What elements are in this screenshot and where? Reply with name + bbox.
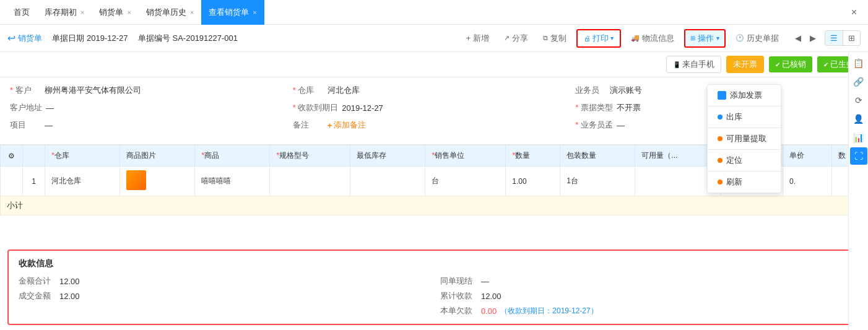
- new-button[interactable]: + 新增: [461, 30, 494, 46]
- th-quantity: *数量: [506, 145, 560, 167]
- doc-number-field: 单据编号 SA-20191227-001: [138, 33, 238, 44]
- copy-button[interactable]: ⧉ 复制: [538, 30, 571, 46]
- th-spec: *规格型号: [270, 145, 350, 167]
- due-label: 本单欠款: [440, 305, 477, 316]
- tab-sales-label: 销货单: [99, 7, 123, 18]
- share-button[interactable]: ↗ 分享: [499, 30, 533, 46]
- project-value: —: [45, 121, 53, 130]
- history-button[interactable]: 🕐 历史单据: [731, 30, 784, 46]
- not-open-label: 未开票: [733, 59, 757, 70]
- doc-date-value: 2019-12-27: [87, 33, 128, 43]
- total-value: 12.00: [59, 277, 80, 286]
- sidebar-icon-6[interactable]: ⛶: [850, 147, 867, 165]
- row-product: 嘻嘻嘻嘻: [195, 167, 270, 196]
- tab-home[interactable]: 首页: [6, 0, 37, 25]
- warehouse-field: * 仓库 河北仓库: [293, 85, 576, 96]
- payment-info-panel: 收款信息 金额合计 12.00 同单现结 — 成交金额 12.00 累计收款 1…: [7, 250, 861, 325]
- customer-field: * 客户 柳州粤港平安气体有限公司: [10, 85, 293, 96]
- tab-view-sales-close[interactable]: ×: [253, 9, 256, 16]
- th-pkg-quantity: 包装数量: [560, 145, 635, 167]
- dropdown-locate[interactable]: 定位: [708, 150, 781, 171]
- payment-date-label: * 收款到期日: [293, 102, 339, 113]
- total-label: 金额合计: [19, 276, 56, 287]
- address-value: —: [46, 103, 54, 113]
- sidebar-icon-2[interactable]: 🔗: [850, 73, 867, 90]
- payment-info-grid: 金额合计 12.00 同单现结 — 成交金额 12.00 累计收款 12.00 …: [19, 276, 849, 316]
- dropdown-outbound[interactable]: 出库: [708, 106, 781, 128]
- sidebar-icon-3[interactable]: ⟳: [850, 92, 867, 109]
- tab-sales-close[interactable]: ×: [127, 9, 131, 16]
- list-view-button[interactable]: ☰: [825, 31, 843, 45]
- grid-view-button[interactable]: ⊞: [843, 31, 860, 45]
- row-pkg-quantity: 1台: [560, 167, 635, 196]
- address-label: 客户地址: [10, 102, 42, 113]
- next-button[interactable]: ▶: [806, 31, 820, 45]
- th-min-stock: 最低库存: [350, 145, 425, 167]
- print-label: 打印: [592, 33, 609, 44]
- sidebar-icon-1[interactable]: 📋: [850, 54, 867, 72]
- dropdown-add-invoice[interactable]: 添加发票: [708, 85, 781, 106]
- staff-label: 业务员: [575, 85, 606, 96]
- available-icon: [718, 136, 723, 141]
- confirm-label: 已核销: [782, 59, 806, 70]
- not-open-button[interactable]: 未开票: [726, 56, 764, 73]
- deal-field: 成交金额 12.00: [19, 290, 428, 302]
- sidebar-icon-5[interactable]: 📊: [850, 129, 867, 146]
- logistics-label: 物流信息: [642, 33, 674, 44]
- row-product-img: [120, 167, 195, 196]
- th-warehouse: *仓库: [45, 145, 120, 167]
- customer-label: * 客户: [10, 85, 41, 96]
- ticket-type-label: * 票据类型: [575, 102, 613, 113]
- refresh-label: 刷新: [726, 176, 742, 188]
- confirm-btn[interactable]: ✔ 已核销: [769, 56, 812, 72]
- project-label: 项目: [10, 119, 41, 131]
- cumulative-field: 累计收款 12.00: [440, 290, 849, 302]
- doc-type-label: 销货单: [18, 33, 42, 44]
- dropdown-refresh[interactable]: 刷新: [708, 172, 781, 193]
- payment-date-value: 2019-12-27: [342, 103, 383, 113]
- operate-dropdown: 添加发票 出库 可用量提取 定位 刷新: [707, 84, 781, 193]
- outbound-icon: [718, 115, 723, 119]
- due-value: 0.00: [481, 306, 497, 316]
- tab-inventory-close[interactable]: ×: [80, 9, 84, 16]
- share-label: 分享: [512, 33, 528, 44]
- operate-button[interactable]: ⊞ 操作 ▾: [684, 29, 726, 48]
- cumulative-label: 累计收款: [440, 290, 477, 302]
- prev-button[interactable]: ◀: [791, 31, 805, 45]
- row-num: 1: [23, 167, 45, 196]
- row-spec: [270, 167, 350, 196]
- doc-type-badge: ↩ 销货单: [7, 32, 42, 44]
- settlement-field: 同单现结 —: [440, 276, 849, 287]
- th-sales-unit: *销售单位: [425, 145, 506, 167]
- print-button[interactable]: 🖨 打印 ▾: [576, 29, 621, 48]
- tab-sales-history-close[interactable]: ×: [190, 9, 194, 16]
- doc-header: ↩ 销货单 单据日期 2019-12-27 单据编号 SA-20191227-0…: [0, 25, 868, 52]
- main-close-button[interactable]: ×: [846, 7, 862, 18]
- tab-sales-history[interactable]: 销货单历史 ×: [139, 0, 201, 25]
- note-field: 备注 + 添加备注: [293, 119, 576, 131]
- from-phone-button[interactable]: 📱 来自手机: [666, 56, 721, 73]
- dropdown-available[interactable]: 可用量提取: [708, 128, 781, 149]
- new-label: + 新增: [466, 33, 489, 44]
- doc-date-label: 单据日期: [52, 33, 84, 44]
- locate-icon: [718, 158, 723, 163]
- sidebar-icon-4[interactable]: 👤: [850, 110, 867, 128]
- add-invoice-label: 添加发票: [730, 90, 762, 101]
- history-label: 历史单据: [747, 33, 779, 44]
- staff2-value: —: [617, 121, 625, 130]
- th-settings[interactable]: ⚙: [1, 145, 23, 167]
- logistics-button[interactable]: 🚚 物流信息: [626, 30, 679, 46]
- subtotal-row: 小计: [1, 196, 868, 215]
- row-warehouse: 河北仓库: [45, 167, 120, 196]
- tab-view-sales[interactable]: 查看销货单 ×: [201, 0, 264, 25]
- tab-inventory[interactable]: 库存期初 ×: [37, 0, 92, 25]
- from-phone-label: 来自手机: [682, 59, 714, 70]
- tab-bar: 首页 库存期初 × 销货单 × 销货单历史 × 查看销货单 × ×: [0, 0, 868, 25]
- tab-sales[interactable]: 销货单 ×: [92, 0, 138, 25]
- add-invoice-icon: [718, 91, 726, 100]
- add-note-button[interactable]: + 添加备注: [328, 119, 367, 131]
- locate-label: 定位: [726, 155, 742, 166]
- deal-value: 12.00: [59, 292, 80, 301]
- row-select[interactable]: [1, 167, 23, 196]
- tab-home-label: 首页: [14, 7, 30, 18]
